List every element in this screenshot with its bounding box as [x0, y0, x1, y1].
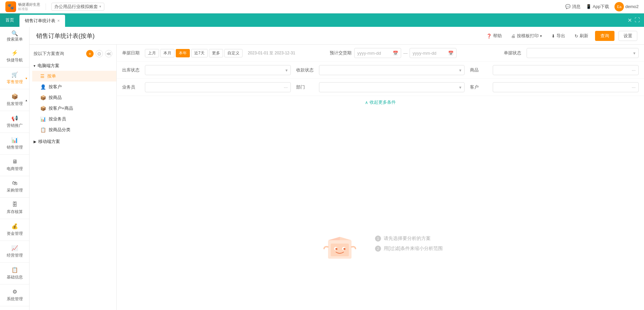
home-tab-label: 首页: [5, 17, 14, 23]
scheme-mobile-group-header[interactable]: ▶ 移动端方案: [30, 137, 116, 147]
department-filter-group: 部门 ▾: [296, 82, 465, 92]
scheme-item-by-category[interactable]: 📋 按商品分类: [32, 124, 116, 135]
by-salesperson-icon: 📊: [40, 116, 46, 122]
scheme-item-by-order[interactable]: ☰ 按单: [32, 71, 116, 82]
order-status-dropdown-icon: ▾: [633, 51, 636, 56]
top-bar-left: 🐾 畅捷通好生意 标准版 办公用品行业模拟账套 ▾: [5, 1, 104, 12]
svg-point-4: [335, 248, 337, 250]
window-close-button[interactable]: ✕: [628, 17, 632, 23]
scheme-mobile-group: ▶ 移动端方案: [30, 137, 116, 147]
filter-row-1: 单据日期 上月 本月 本年 近7天 更多 自定义 2023-01-01 至 20…: [117, 45, 644, 62]
wholesale-icon: 📦: [11, 93, 18, 100]
salesperson-more-icon[interactable]: ···: [284, 85, 288, 90]
customer-select[interactable]: ···: [493, 82, 639, 92]
scheme-desktop-group-header[interactable]: ▾ 电脑端方案: [30, 61, 116, 71]
scheme-item-by-salesperson[interactable]: 📊 按业务员: [32, 114, 116, 124]
date-btn-more[interactable]: 更多: [209, 49, 223, 57]
filter-results-panel: 单据日期 上月 本月 本年 近7天 更多 自定义 2023-01-01 至 20…: [117, 45, 644, 310]
sidebar-item-finance[interactable]: 💰 资金管理: [0, 219, 29, 241]
tab-home[interactable]: 首页: [0, 13, 19, 27]
scheme-item-by-customer[interactable]: 👤 按客户: [32, 82, 116, 92]
print-button[interactable]: 🖨 按模板打印 ▾: [508, 32, 545, 40]
scheme-item-by-goods[interactable]: 📦 按商品: [32, 92, 116, 103]
workspace-selector[interactable]: 办公用品行业模拟账套 ▾: [51, 3, 104, 11]
expected-date-start[interactable]: yyyy-mm-dd 📅: [354, 48, 401, 58]
sidebar-item-system[interactable]: ⚙ 系统管理: [0, 285, 29, 306]
hint-num-2: 2: [375, 246, 381, 252]
collapse-bar[interactable]: ∧ 收起更多条件: [117, 96, 644, 109]
refresh-button[interactable]: ↻ 刷新: [572, 32, 591, 40]
scheme-settings-button[interactable]: ⊙: [96, 50, 103, 57]
delivery-status-select[interactable]: ▾: [145, 65, 291, 75]
order-status-select[interactable]: ▾: [527, 48, 639, 58]
sidebar-item-purchase[interactable]: 🛍 采购管理: [0, 176, 29, 198]
sidebar-item-operation[interactable]: 📈 经营管理: [0, 241, 29, 263]
tab-sales-stats[interactable]: 销售订单统计表 ×: [19, 15, 65, 27]
tab-close-icon[interactable]: ×: [57, 18, 60, 23]
query-button[interactable]: 查询: [595, 31, 614, 41]
sales-stats-tab-label: 销售订单统计表: [25, 18, 55, 24]
date-btn-custom[interactable]: 自定义: [224, 49, 243, 57]
sidebar-search[interactable]: 🔍 搜索菜单: [0, 27, 29, 46]
delivery-status-group: 出库状态 ▾: [122, 65, 291, 75]
search-icon: 🔍: [3, 30, 26, 37]
main-layout: 🔍 搜索菜单 ⚡ 快捷导航 🛒 零售管理 ▾ 📦 批发管理 ▴ 📢 营销推广 📊…: [0, 27, 644, 310]
sidebar-item-ecommerce[interactable]: 🖥 电商管理: [0, 155, 29, 176]
payment-status-select[interactable]: ▾: [319, 65, 465, 75]
user-menu[interactable]: Ea demo2: [614, 2, 639, 11]
scheme-collapse-button[interactable]: ≪: [105, 50, 112, 57]
scheme-desktop-group: ▾ 电脑端方案 ☰ 按单 👤 按客户 📦: [30, 61, 116, 135]
scheme-add-button[interactable]: +: [86, 50, 94, 57]
app-download-button[interactable]: 📱 App下载: [586, 4, 609, 10]
scheme-mobile-arrow-icon: ▶: [34, 140, 36, 144]
tab-bar: 首页 销售订单统计表 × ✕ ⛶: [0, 13, 644, 27]
scheme-item-by-customer-goods[interactable]: 📦 按客户+商品: [32, 103, 116, 114]
department-select[interactable]: ▾: [319, 82, 465, 92]
system-icon: ⚙: [12, 289, 17, 295]
help-button[interactable]: ❓ 帮助: [484, 32, 504, 40]
date-btn-this-month[interactable]: 本月: [160, 49, 174, 57]
refresh-icon: ↻: [575, 34, 578, 39]
top-bar: 🐾 畅捷通好生意 标准版 办公用品行业模拟账套 ▾ 💬 消息 📱 App下载 E…: [0, 0, 644, 13]
order-status-filter-group: 单据状态 ▾: [504, 48, 639, 58]
sidebar-item-marketing[interactable]: 📢 营销推广: [0, 111, 29, 133]
logo-area: 🐾 畅捷通好生意 标准版: [5, 1, 40, 12]
scheme-panel-header: 按以下方案查询 + ⊙ ≪: [30, 48, 116, 61]
sidebar-item-wholesale[interactable]: 📦 批发管理 ▴: [0, 89, 29, 111]
expected-date-end[interactable]: yyyy-mm-dd 📅: [410, 48, 457, 58]
sidebar-item-quicknav[interactable]: ⚡ 快捷导航: [0, 46, 29, 67]
customer-filter-group: 客户 ···: [470, 82, 639, 92]
scheme-panel-icons: + ⊙ ≪: [86, 50, 112, 57]
delivery-dropdown-icon: ▾: [285, 68, 288, 73]
sidebar-item-sales[interactable]: 📊 销售管理: [0, 133, 29, 155]
goods-select[interactable]: ···: [493, 65, 639, 75]
filter-row-2: 出库状态 ▾ 收款状态 ▾: [117, 62, 644, 79]
retail-arrow-icon: ▾: [25, 76, 27, 80]
app-icon: 📱: [586, 4, 591, 9]
scheme-group-arrow-icon: ▾: [34, 64, 36, 68]
customer-more-icon[interactable]: ···: [632, 85, 636, 90]
setting-button[interactable]: 设置: [619, 31, 637, 41]
date-btn-this-year[interactable]: 本年: [176, 49, 190, 57]
goods-more-icon[interactable]: ···: [632, 67, 636, 73]
ecommerce-icon: 🖥: [12, 159, 17, 165]
salesperson-select[interactable]: ···: [145, 82, 291, 92]
date-btn-last7days[interactable]: 近7天: [191, 49, 208, 57]
sidebar-item-cooperation[interactable]: 🤝 企业协同: [0, 306, 29, 310]
sidebar-item-retail[interactable]: 🛒 零售管理 ▾: [0, 67, 29, 89]
logo-text: 畅捷通好生意 标准版: [18, 2, 40, 11]
page-header: 销售订单统计表(按单) ❓ 帮助 🖨 按模板打印 ▾ ⬇ 导出 ↻ 刷新: [30, 27, 644, 45]
message-button[interactable]: 💬 消息: [565, 4, 581, 10]
payment-status-group: 收款状态 ▾: [296, 65, 465, 75]
date-btn-last-month[interactable]: 上月: [145, 49, 159, 57]
collapse-up-icon: ∧: [365, 100, 368, 105]
export-button[interactable]: ⬇ 导出: [549, 32, 568, 40]
wholesale-arrow-icon: ▴: [25, 98, 27, 102]
sidebar-item-inventory[interactable]: 🗄 库存核算: [0, 198, 29, 219]
salesperson-filter-group: 业务员 ···: [122, 82, 291, 92]
page-title: 销售订单统计表(按单): [36, 32, 95, 40]
sidebar-item-basic[interactable]: 📋 基础信息: [0, 263, 29, 285]
operation-icon: 📈: [11, 245, 18, 251]
window-maximize-button[interactable]: ⛶: [635, 17, 640, 23]
by-customer-goods-icon: 📦: [40, 106, 46, 111]
